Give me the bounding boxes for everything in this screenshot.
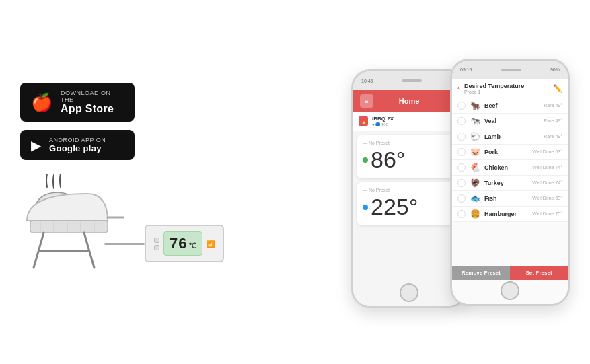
phone2-title-area: Desired Temperature Probe 1	[464, 83, 549, 94]
phone2-header: ‹ Desired Temperature Probe 1 ✏️	[452, 79, 568, 98]
phone1-title: Home	[399, 97, 420, 105]
googleplay-main-label: Google play	[49, 143, 106, 153]
meat-name: Beef	[484, 102, 544, 109]
thermo-indicators	[154, 238, 159, 250]
meat-checkbox[interactable]	[457, 133, 466, 141]
phone2-topbar: 09:16 90%	[452, 61, 568, 79]
meat-list-item[interactable]: 🐄 Veal Rare 49°	[452, 114, 568, 129]
phone2-home-btn[interactable]	[501, 281, 519, 300]
phone2-speaker	[501, 69, 521, 71]
meat-list-item[interactable]: 🐂 Beef Rare 49°	[452, 98, 568, 114]
appstore-main-label: App Store	[61, 103, 124, 115]
phone1-device-info: iBBQ 2X ● 🔵 100	[372, 116, 394, 126]
phone1-screen: ≡ Home 🔥 iBBQ 2X ● 🔵 100	[353, 90, 465, 308]
remove-preset-button[interactable]: Remove Preset	[452, 266, 510, 280]
meat-emoji: 🐷	[470, 147, 480, 157]
phone1-probe2: — No Preset 225°	[357, 182, 461, 225]
meat-emoji: 🐑	[470, 132, 480, 141]
phone1-time: 10:46	[361, 79, 373, 83]
meat-emoji: 🐄	[470, 116, 480, 126]
meat-checkbox[interactable]	[457, 210, 466, 218]
bbq-illustration: 76 ℃ 📶	[20, 174, 224, 281]
probe1-dot	[363, 157, 368, 163]
phone1-probe2-temp: 225°	[371, 194, 418, 220]
meat-emoji: 🐔	[470, 163, 480, 172]
thermo-device: 76 ℃ 📶	[145, 225, 224, 262]
meat-list: 🐂 Beef Rare 49° 🐄 Veal Rare 49° 🐑 Lamb R…	[452, 98, 568, 222]
meat-name: Veal	[484, 118, 544, 124]
thermo-temp: 76	[170, 235, 187, 252]
meat-name: Pork	[484, 149, 532, 155]
meat-list-item[interactable]: 🦃 Turkey Well Done 74°	[452, 176, 568, 191]
meat-name: Hamburger	[484, 211, 532, 217]
phone1-probe1-label: — No Preset	[363, 141, 455, 145]
svg-rect-2	[30, 221, 108, 233]
meat-detail: Rare 49°	[544, 134, 562, 139]
store-badges: 🍎 DOWNLOAD ON THE App Store ▶ ANDROID AP…	[20, 83, 135, 160]
edit-icon[interactable]: ✏️	[553, 84, 562, 93]
meat-name: Chicken	[484, 164, 532, 171]
meat-list-item[interactable]: 🐷 Pork Well Done 63°	[452, 145, 568, 160]
phone1-device-name: iBBQ 2X	[372, 116, 394, 122]
phone1-probe1-temp: 86°	[371, 147, 405, 173]
phone2-wrapper: 09:16 90% ‹ Desired Temperature Probe 1 …	[450, 59, 570, 306]
meat-checkbox[interactable]	[457, 117, 466, 125]
left-section: 🍎 DOWNLOAD ON THE App Store ▶ ANDROID AP…	[20, 83, 243, 281]
phone1-probe2-label: — No Preset	[363, 188, 455, 192]
phone1-home-btn[interactable]	[400, 283, 418, 302]
probe-device-area: 76 ℃ 📶	[104, 225, 224, 262]
probe2-dot	[363, 205, 368, 210]
set-preset-button[interactable]: Set Preset	[510, 266, 568, 280]
indicator-1	[154, 238, 159, 243]
phone2-battery: 90%	[550, 67, 560, 72]
meat-name: Fish	[484, 195, 532, 202]
bottom-buttons: Remove Preset Set Preset	[452, 266, 568, 280]
googleplay-icon: ▶	[31, 137, 41, 153]
right-section: 10:46 🔋 ≡ Home 🔥 iBBQ 2X	[243, 56, 570, 308]
phone2-title: Desired Temperature	[464, 83, 549, 89]
appstore-top-label: DOWNLOAD ON THE	[61, 89, 124, 103]
googleplay-top-label: ANDROID APP ON	[49, 137, 106, 143]
meat-detail: Well Done 63°	[532, 196, 562, 201]
phone1-header: ≡ Home	[353, 90, 465, 112]
meat-checkbox[interactable]	[457, 179, 466, 187]
meat-detail: Well Done 75°	[532, 211, 562, 216]
meat-checkbox[interactable]	[457, 163, 466, 172]
meat-detail: Well Done 63°	[532, 149, 562, 154]
phone1-menu-icon: ≡	[360, 94, 373, 108]
meat-detail: Rare 49°	[544, 103, 562, 108]
apple-icon: 🍎	[31, 92, 52, 113]
meat-checkbox[interactable]	[457, 102, 466, 110]
probe-cable	[104, 243, 145, 245]
meat-list-item[interactable]: 🐑 Lamb Rare 49°	[452, 129, 568, 145]
meat-checkbox[interactable]	[457, 194, 466, 203]
googleplay-badge[interactable]: ▶ ANDROID APP ON Google play	[20, 130, 135, 160]
phone1-topbar: 10:46 🔋	[353, 71, 465, 90]
meat-list-item[interactable]: 🍔 Hamburger Well Done 75°	[452, 207, 568, 222]
meat-detail: Well Done 74°	[532, 165, 562, 170]
meat-name: Lamb	[484, 133, 544, 140]
phone2-screen: ‹ Desired Temperature Probe 1 ✏️ 🐂 Beef …	[452, 79, 568, 306]
phone1-device-row: 🔥 iBBQ 2X ● 🔵 100	[353, 112, 465, 131]
phone1-probe2-temp-row: 225°	[363, 194, 455, 220]
thermo-display: 76 ℃	[163, 231, 202, 256]
phone2-time: 09:16	[460, 67, 472, 72]
wifi-icon: 📶	[207, 240, 215, 248]
meat-detail: Rare 49°	[544, 118, 562, 123]
meat-detail: Well Done 74°	[532, 180, 562, 185]
meat-emoji: 🦃	[470, 178, 480, 188]
meat-name: Turkey	[484, 180, 532, 186]
meat-list-item[interactable]: 🐔 Chicken Well Done 74°	[452, 160, 568, 176]
phone2: 09:16 90% ‹ Desired Temperature Probe 1 …	[450, 59, 570, 306]
meat-list-item[interactable]: 🐟 Fish Well Done 63°	[452, 191, 568, 207]
back-arrow-icon[interactable]: ‹	[457, 83, 460, 93]
meat-checkbox[interactable]	[457, 148, 466, 156]
phone1-probe1-temp-row: 86°	[363, 147, 455, 173]
indicator-2	[154, 245, 159, 250]
googleplay-text: ANDROID APP ON Google play	[49, 137, 106, 153]
appstore-badge[interactable]: 🍎 DOWNLOAD ON THE App Store	[20, 83, 135, 122]
phone1-device-icon: 🔥	[359, 116, 368, 126]
phone1-speaker	[402, 79, 422, 82]
thermo-unit: ℃	[188, 242, 196, 250]
phone1-probe1: — No Preset 86°	[357, 135, 461, 178]
